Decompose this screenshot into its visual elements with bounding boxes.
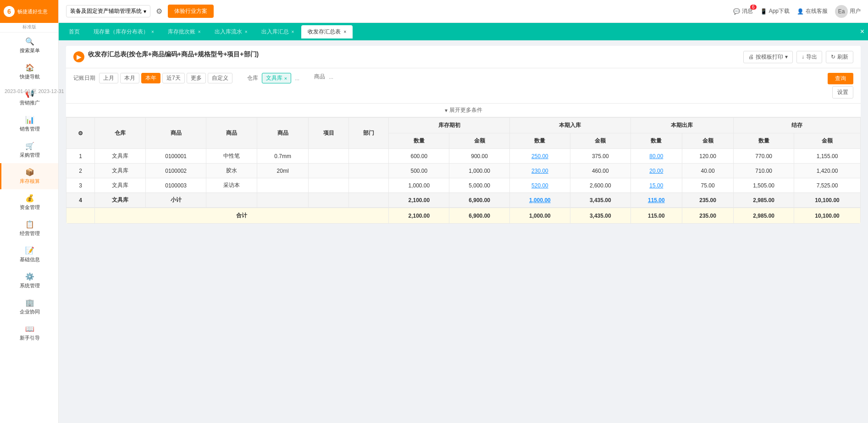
th-name: 商品 — [206, 118, 257, 149]
sidebar-item-label: 库存核算 — [20, 178, 40, 185]
goods-label: 商品 — [314, 73, 325, 81]
print-btn[interactable]: 🖨 按模板打印 ▾ — [743, 51, 793, 63]
total-row: 合计 2,100.00 6,900.00 1,000.00 3,435.00 1… — [66, 208, 861, 224]
settings-icon[interactable]: ⚙ — [156, 7, 162, 16]
th-settings[interactable]: ⚙ — [66, 118, 95, 149]
goods-more[interactable]: ... — [329, 74, 333, 80]
cell-out-qty[interactable]: 15.00 — [630, 178, 682, 193]
cell-name: 胶水 — [206, 164, 257, 178]
cell-in-qty[interactable]: 520.00 — [510, 178, 570, 193]
th-out-amt: 金额 — [682, 133, 733, 149]
cell-in-qty[interactable]: 250.00 — [510, 149, 570, 164]
sidebar-item-enterprise[interactable]: 🏢 企业协同 — [0, 294, 58, 320]
tab-home[interactable]: 首页 — [62, 25, 86, 38]
sidebar-item-purchase[interactable]: 🛒 采购管理 — [0, 137, 58, 163]
total-balance-qty: 2,985.00 — [734, 208, 794, 224]
cell-seq: 4 — [66, 193, 95, 208]
cell-balance-amt: 1,155.00 — [794, 149, 861, 164]
date-filter: 记账日期 上月 本月 本年 近7天 更多 自定义 2023-01-01 至 20… — [73, 73, 232, 83]
sidebar-item-finance[interactable]: 💰 资金管理 — [0, 189, 58, 215]
cell-out-qty[interactable]: 20.00 — [630, 164, 682, 178]
cell-code: 0100001 — [146, 149, 206, 164]
tab-inventory-dist[interactable]: 现存量（库存分布表） × — [87, 25, 160, 38]
warehouse-tag[interactable]: 文具库 × — [262, 73, 291, 83]
page-card: ▶ 收发存汇总表(按仓库+商品编码+商品+规格型号+项目+部门) 🖨 按模板打印… — [66, 46, 861, 224]
table-container: ⚙ 仓库 商品 商品 商品 — [66, 117, 861, 224]
warehouse-more[interactable]: ... — [295, 75, 299, 82]
print-icon: 🖨 — [748, 54, 754, 60]
sidebar-item-system[interactable]: ⚙️ 系统管理 — [0, 268, 58, 294]
sidebar-item-sales[interactable]: 📊 销售管理 — [0, 111, 58, 137]
subtotal-row: 4 文具库 小计 2,100.00 6,900.00 1,000.00 3,43… — [66, 193, 861, 208]
message-icon: 💬 — [733, 8, 740, 15]
cell-opening-amt: 1,000.00 — [449, 164, 510, 178]
avatar: Ea — [835, 5, 848, 18]
cell-balance-qty: 770.00 — [734, 149, 794, 164]
expand-btn[interactable]: ▾ 展开更多条件 — [445, 106, 482, 114]
cell-warehouse: 文具库 — [95, 164, 146, 178]
total-out-amt: 235.00 — [682, 208, 733, 224]
recent-btn[interactable]: 近7天 — [162, 73, 185, 83]
cell-project — [309, 149, 349, 164]
cell-code: 0100003 — [146, 178, 206, 193]
system-icon: ⚙️ — [25, 272, 34, 281]
cell-out-qty[interactable]: 80.00 — [630, 149, 682, 164]
toggle-arrow-btn[interactable]: ▶ — [73, 51, 84, 62]
system-selector[interactable]: 装备及固定资产辅助管理系统 ▾ — [66, 5, 150, 17]
export-btn[interactable]: ↓ 导出 — [796, 51, 822, 63]
page-title: 收发存汇总表(按仓库+商品编码+商品+规格型号+项目+部门) — [88, 50, 259, 59]
table-settings-icon[interactable]: ⚙ — [78, 130, 83, 137]
cell-warehouse: 文具库 — [95, 149, 146, 164]
online-service-item[interactable]: 👤 在线客服 — [797, 7, 828, 15]
cell-out-amt: 40.00 — [682, 164, 733, 178]
tab-in-out-summary-close[interactable]: × — [292, 29, 294, 34]
cell-seq: 1 — [66, 149, 95, 164]
refresh-btn[interactable]: ↻ 刷新 — [826, 51, 853, 63]
query-btn[interactable]: 查询 — [828, 73, 853, 84]
this-year-btn[interactable]: 本年 — [141, 73, 160, 83]
settings-filter-btn[interactable]: 设置 — [832, 86, 853, 99]
total-out-qty: 115.00 — [630, 208, 682, 224]
sidebar-item-operations[interactable]: 📋 经营管理 — [0, 215, 58, 242]
logo-icon: 6 — [4, 6, 15, 17]
experience-btn[interactable]: 体验行业方案 — [168, 5, 214, 18]
tab-batch-account-label: 库存批次账 — [168, 28, 195, 36]
sidebar-item-basic-info[interactable]: 📝 基础信息 — [0, 242, 58, 268]
tab-stock-summary-close[interactable]: × — [343, 29, 346, 34]
service-icon: 👤 — [797, 8, 804, 15]
message-icon-item[interactable]: 💬 消息 6 — [733, 7, 753, 15]
sidebar-item-inventory[interactable]: 📦 库存核算 — [0, 163, 58, 189]
more-date-btn[interactable]: 更多 — [187, 73, 206, 83]
user-item[interactable]: Ea 用户 — [835, 5, 861, 18]
cell-subtotal-in-qty[interactable]: 1,000.00 — [510, 193, 570, 208]
cell-in-qty[interactable]: 230.00 — [510, 164, 570, 178]
tab-in-out-flow-close[interactable]: × — [245, 29, 248, 34]
custom-btn[interactable]: 自定义 — [208, 73, 232, 83]
warehouse-tag-close[interactable]: × — [284, 76, 287, 81]
tab-batch-account-close[interactable]: × — [198, 29, 201, 34]
search-icon: 🔍 — [25, 37, 34, 46]
cell-subtotal-opening-qty: 2,100.00 — [389, 193, 449, 208]
total-opening-amt: 6,900.00 — [449, 208, 510, 224]
cell-project — [309, 178, 349, 193]
th-opening-group: 库存期初 — [389, 118, 510, 133]
tab-in-out-summary[interactable]: 出入库汇总 × — [255, 25, 301, 38]
cell-subtotal-out-qty[interactable]: 115.00 — [630, 193, 682, 208]
cell-dept — [348, 178, 389, 193]
tab-stock-summary[interactable]: 收发存汇总表 × — [301, 25, 353, 38]
sidebar-item-label: 新手引导 — [20, 335, 40, 341]
tab-in-out-flow[interactable]: 出入库流水 × — [208, 25, 254, 38]
enterprise-icon: 🏢 — [25, 298, 34, 307]
sidebar-item-label: 资金管理 — [20, 204, 40, 211]
sidebar-item-search[interactable]: 🔍 搜索菜单 — [0, 33, 58, 59]
app-download-item[interactable]: 📱 App下载 — [760, 7, 790, 15]
sidebar-item-quick-nav[interactable]: 🏠 快捷导航 — [0, 59, 58, 85]
sidebar-item-label: 销售管理 — [20, 126, 40, 132]
tabbar-close-icon[interactable]: × — [860, 27, 864, 36]
tab-batch-account[interactable]: 库存批次账 × — [161, 25, 207, 38]
cell-seq: 2 — [66, 164, 95, 178]
sidebar-item-guide[interactable]: 📖 新手引导 — [0, 320, 58, 346]
tab-inventory-dist-close[interactable]: × — [151, 29, 154, 34]
app-download-label: App下载 — [769, 7, 790, 15]
th-in-qty: 数量 — [510, 133, 570, 149]
